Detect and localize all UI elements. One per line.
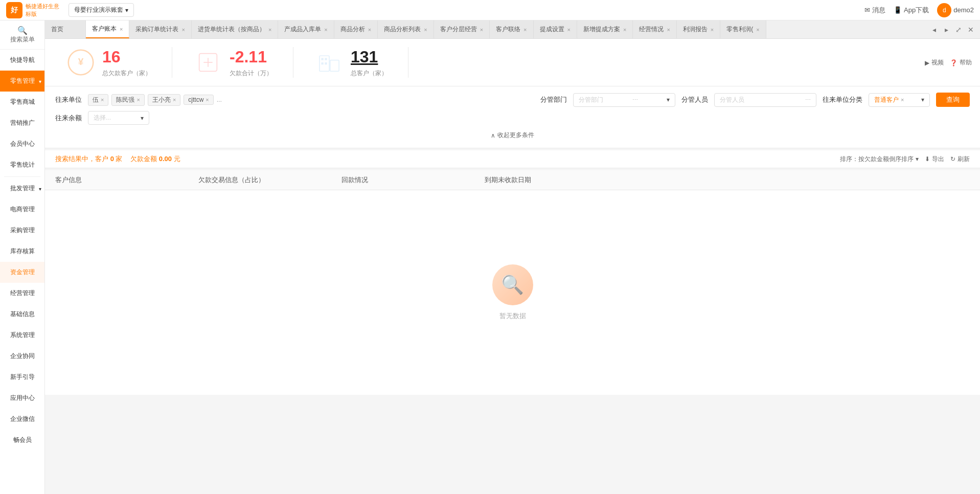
store-selector[interactable]: 母婴行业演示账套 ▾ xyxy=(69,3,134,17)
person-select[interactable]: 分管人员 ⋯ xyxy=(714,93,816,107)
tab-raise-settings[interactable]: 提成设置 × xyxy=(534,20,577,38)
sidebar-item-vip-member[interactable]: 畅会员 xyxy=(0,430,44,451)
user-menu[interactable]: d demo2 xyxy=(937,3,974,17)
tag-close-chen[interactable]: × xyxy=(136,97,140,103)
filter-tag-wang: 王小亮 × xyxy=(148,94,180,106)
unit-classify-chevron: ▾ xyxy=(921,96,924,103)
sidebar-item-sys-mgmt[interactable]: 系统管理 xyxy=(0,325,44,346)
tab-product-analysis[interactable]: 商品分析 × xyxy=(334,20,378,38)
tab-home[interactable]: 首页 xyxy=(45,20,86,38)
tab-expand[interactable]: ⤢ xyxy=(953,25,964,35)
tab-close-retail-profit[interactable]: × xyxy=(756,27,759,33)
tab-close-ops-situation[interactable]: × xyxy=(667,27,670,33)
filter-tag-wu: 伍 × xyxy=(88,94,108,106)
tab-new-raise-plan[interactable]: 新增提成方案 × xyxy=(577,20,633,38)
sidebar-item-new-guide[interactable]: 新手引导 xyxy=(0,367,44,388)
sidebar-item-ecommerce[interactable]: 电商管理 xyxy=(0,199,44,220)
refresh-button[interactable]: ↻ 刷新 xyxy=(950,155,970,164)
stat-total-customers: 131 总客户（家） xyxy=(293,47,408,78)
unit-classify-select[interactable]: 普通客户 × ▾ xyxy=(869,93,930,107)
tab-close-purchase-order-stats[interactable]: × xyxy=(181,27,185,33)
tab-close-customer-contact[interactable]: × xyxy=(523,27,527,33)
sidebar-item-basic-info[interactable]: 基础信息 xyxy=(0,304,44,325)
sidebar-item-purchase-mgmt[interactable]: 采购管理 xyxy=(0,220,44,241)
logo-icon: 好 xyxy=(6,2,22,18)
dept-select[interactable]: 分管部门 ⋯ ▾ xyxy=(573,93,675,107)
stats-bar: ¥ 16 总欠款客户（家） xyxy=(45,39,980,86)
sort-select[interactable]: 排序：按欠款金额倒序排序 ▾ xyxy=(840,155,919,164)
unit-classify-selected-tag: 普通客户 × xyxy=(874,96,904,104)
tab-retail-profit[interactable]: 零售利润( × xyxy=(720,20,766,38)
results-bar: 搜索结果中，客户 0 家 欠款金额 0.00 元 排序：按欠款金额倒序排序 ▾ … xyxy=(45,150,980,168)
tab-close-new-raise-plan[interactable]: × xyxy=(623,27,626,33)
sidebar-item-retail-mall[interactable]: 零售商城 xyxy=(0,92,44,113)
sidebar-item-retail-mgmt[interactable]: 零售管理 ▾ xyxy=(0,71,44,92)
tab-ops-situation[interactable]: 经营情况 × xyxy=(633,20,676,38)
sidebar-item-retail-stats[interactable]: 零售统计 xyxy=(0,154,44,175)
sidebar-item-wholesale-mgmt[interactable]: 批发管理 ▾ xyxy=(0,178,44,199)
sidebar-item-inventory[interactable]: 库存核算 xyxy=(0,241,44,262)
query-button[interactable]: 查询 xyxy=(936,93,970,107)
dept-chevron-icon: ▾ xyxy=(667,96,670,103)
results-info: 搜索结果中，客户 0 家 欠款金额 0.00 元 xyxy=(55,154,180,164)
empty-icon: 🔍 xyxy=(492,264,533,305)
total-customers-icon xyxy=(314,47,345,78)
tab-scroll-right[interactable]: ▸ xyxy=(941,25,951,35)
tab-customer-segment[interactable]: 客户分层经营 × xyxy=(434,20,490,38)
filter-more-tags[interactable]: ... xyxy=(217,96,222,103)
tab-close-customer-balance[interactable]: × xyxy=(120,26,123,32)
tab-close-all[interactable]: ✕ xyxy=(966,25,976,35)
tab-actions: ◂ ▸ ⤢ ✕ xyxy=(925,20,980,38)
balance-select[interactable]: 选择... ▾ xyxy=(88,111,149,125)
tab-close-product-analysis[interactable]: × xyxy=(368,27,371,33)
empty-state: 🔍 暂无数据 xyxy=(482,234,543,351)
sidebar-search[interactable]: 🔍 搜索菜单 xyxy=(0,20,44,50)
sidebar-item-marketing[interactable]: 营销推广 xyxy=(0,113,44,133)
help-button[interactable]: ❓ 帮助 xyxy=(950,58,972,67)
avatar: d xyxy=(937,3,951,17)
svg-rect-7 xyxy=(321,58,323,60)
sidebar-item-enterprise-wechat[interactable]: 企业微信 xyxy=(0,409,44,430)
sidebar-item-quick-nav[interactable]: 快捷导航 xyxy=(0,50,44,71)
tag-close-wang[interactable]: × xyxy=(173,97,176,103)
filter-tags: 伍 × 陈民强 × 王小亮 × cjttcw × xyxy=(88,94,534,106)
download-icon: 📱 xyxy=(894,6,902,14)
tab-close-profit-report[interactable]: × xyxy=(711,27,714,33)
app-download-button[interactable]: 📱 App下载 xyxy=(894,6,929,15)
content-area: 首页 客户账本 × 采购订单统计表 × 进货单统计表（按商品） × 产成品入库单… xyxy=(45,20,980,494)
tab-product-inbound[interactable]: 产成品入库单 × xyxy=(278,20,334,38)
tab-scroll-left[interactable]: ◂ xyxy=(929,25,939,35)
dept-more-icon: ⋯ xyxy=(632,97,638,103)
tab-close-raise-settings[interactable]: × xyxy=(567,27,571,33)
tab-customer-contact[interactable]: 客户联络 × xyxy=(490,20,533,38)
tab-close-product-inbound[interactable]: × xyxy=(324,27,327,33)
message-button[interactable]: ✉ 消息 xyxy=(864,6,885,15)
tab-customer-balance[interactable]: 客户账本 × xyxy=(86,20,129,38)
tab-product-analysis-list[interactable]: 商品分析列表 × xyxy=(378,20,434,38)
tab-inbound-stats[interactable]: 进货单统计表（按商品） × xyxy=(192,20,278,38)
tab-profit-report[interactable]: 利润报告 × xyxy=(677,20,720,38)
stat-overdue-customers-info: 16 总欠款客户（家） xyxy=(102,47,151,77)
stat-overdue-customers: ¥ 16 总欠款客户（家） xyxy=(55,47,172,78)
sidebar-item-ops-mgmt[interactable]: 经营管理 xyxy=(0,283,44,304)
svg-rect-6 xyxy=(330,60,339,72)
export-icon: ⬇ xyxy=(925,155,930,163)
sidebar-item-capital-mgmt[interactable]: 资金管理 xyxy=(0,262,44,283)
unit-filter-label: 往来单位 xyxy=(55,95,82,104)
sidebar-item-enterprise-coop[interactable]: 企业协同 xyxy=(0,346,44,367)
tag-close-cjttcw[interactable]: × xyxy=(206,97,209,103)
tab-close-customer-segment[interactable]: × xyxy=(480,27,483,33)
export-button[interactable]: ⬇ 导出 xyxy=(925,155,944,164)
unit-classify-tag-close[interactable]: × xyxy=(901,97,904,103)
tab-purchase-order-stats[interactable]: 采购订单统计表 × xyxy=(129,20,191,38)
filter-collapse-button[interactable]: ∧ 收起更多条件 xyxy=(55,129,970,142)
tab-close-inbound-stats[interactable]: × xyxy=(268,27,271,33)
col-overdue-trade-info: 欠款交易信息（占比） xyxy=(198,175,341,185)
table-header: 客户信息 欠款交易信息（占比） 回款情况 到期未收款日期 xyxy=(45,170,980,190)
tab-close-product-analysis-list[interactable]: × xyxy=(424,27,427,33)
empty-icon-inner: 🔍 xyxy=(492,264,533,305)
tag-close-wu[interactable]: × xyxy=(101,97,104,103)
sidebar-item-app-center[interactable]: 应用中心 xyxy=(0,388,44,409)
sidebar-item-member-center[interactable]: 会员中心 xyxy=(0,133,44,154)
video-help-button[interactable]: ▶ 视频 xyxy=(925,58,944,67)
